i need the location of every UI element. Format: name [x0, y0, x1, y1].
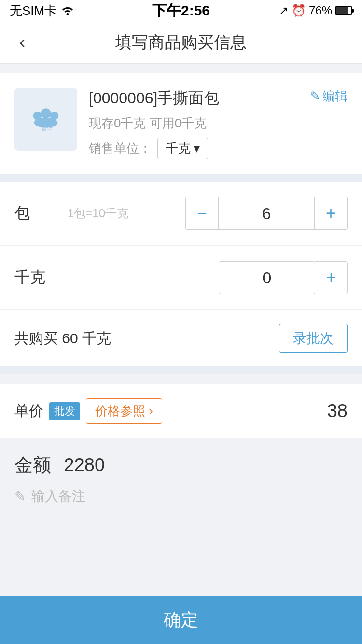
unit-value: 千克 — [166, 140, 191, 157]
unit-select[interactable]: 千克 ▾ — [157, 138, 208, 159]
product-name: [0000006]手撕面包 — [89, 88, 219, 109]
nav-bar: ‹ 填写商品购买信息 — [0, 21, 362, 64]
package-minus-button[interactable]: − — [185, 197, 218, 230]
edit-icon: ✎ — [310, 89, 320, 104]
product-info: [0000006]手撕面包 ✎ 编辑 现存0千克 可用0千克 销售单位： 千克 … — [89, 88, 348, 159]
separator-1 — [0, 174, 362, 182]
amount-section: 金额 2280 ✎ 输入备注 — [0, 438, 362, 520]
svg-point-1 — [41, 108, 51, 118]
price-value: 38 — [327, 401, 348, 421]
package-label: 包 — [14, 203, 63, 224]
note-row[interactable]: ✎ 输入备注 — [14, 487, 348, 505]
status-left: 无SIM卡 — [10, 2, 74, 19]
svg-text:智计: 智计 — [41, 125, 53, 132]
amount-row: 金额 2280 — [14, 453, 348, 477]
note-placeholder: 输入备注 — [31, 487, 85, 505]
product-card: 智计 [0000006]手撕面包 ✎ 编辑 现存0千克 可用0千克 销售单位： … — [0, 73, 362, 174]
spacer — [0, 520, 362, 596]
back-button[interactable]: ‹ — [14, 28, 30, 57]
package-input[interactable] — [218, 197, 315, 230]
product-stock: 现存0千克 可用0千克 — [89, 115, 348, 132]
price-badge: 批发 — [49, 402, 80, 420]
kg-input[interactable] — [219, 261, 315, 294]
price-ref-button[interactable]: 价格参照 › — [86, 398, 162, 424]
page-title: 填写商品购买信息 — [115, 31, 247, 54]
wifi-icon — [61, 3, 74, 18]
amount-label: 金额 — [14, 455, 51, 475]
kg-plus-button[interactable]: + — [315, 261, 348, 294]
product-unit-row: 销售单位： 千克 ▾ — [89, 138, 348, 159]
confirm-label: 确定 — [164, 608, 198, 632]
price-text: 单价 — [14, 401, 43, 421]
chevron-down-icon: ▾ — [194, 141, 200, 156]
total-row: 共购买 60 千克 录批次 — [0, 310, 362, 366]
price-section: 单价 批发 价格参照 › 38 — [0, 384, 362, 438]
package-row: 包 1包=10千克 − + — [0, 182, 362, 246]
location-icon: ↗ — [279, 4, 289, 17]
status-time: 下午2:56 — [152, 1, 210, 21]
separator-2 — [0, 366, 362, 374]
total-text: 共购买 60 千克 — [14, 329, 111, 349]
kg-controls: + — [219, 261, 348, 294]
unit-label: 销售单位： — [89, 140, 152, 157]
product-image: 智计 — [14, 88, 77, 151]
package-section: 包 1包=10千克 − + 千克 + 共购买 60 千克 录批次 — [0, 182, 362, 366]
status-right: ↗ ⏰ 76% — [279, 4, 352, 17]
carrier-label: 无SIM卡 — [10, 2, 57, 19]
edit-button[interactable]: ✎ 编辑 — [310, 88, 348, 105]
battery-label: 76% — [309, 4, 332, 17]
package-sublabel: 1包=10千克 — [68, 206, 128, 221]
note-icon: ✎ — [14, 489, 26, 504]
battery-icon — [335, 6, 352, 15]
kg-row: 千克 + — [0, 246, 362, 310]
status-bar: 无SIM卡 下午2:56 ↗ ⏰ 76% — [0, 0, 362, 21]
edit-label: 编辑 — [322, 88, 348, 105]
package-controls: − + — [185, 197, 348, 230]
package-plus-button[interactable]: + — [315, 197, 348, 230]
price-label: 单价 批发 价格参照 › — [14, 398, 162, 424]
kg-label: 千克 — [14, 267, 63, 288]
amount-value: 2280 — [64, 455, 105, 475]
batch-button[interactable]: 录批次 — [279, 324, 348, 353]
confirm-button[interactable]: 确定 — [0, 596, 362, 644]
alarm-icon: ⏰ — [292, 4, 306, 17]
